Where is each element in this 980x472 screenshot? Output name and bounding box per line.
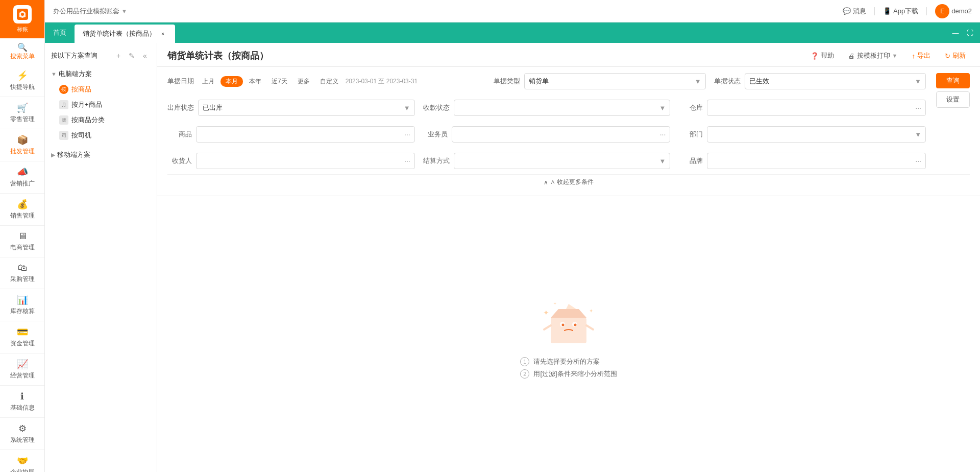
left-panel-title: 按以下方案查询 <box>51 51 97 60</box>
scheme-by-category[interactable]: 类 按商品分类 <box>45 112 157 128</box>
sidebar-item-purchase[interactable]: 🛍 采购管理 <box>0 257 45 289</box>
template-print-btn[interactable]: 🖨 按模板打印 ▼ <box>844 49 902 62</box>
tab-bar: 首页 销货单统计表（按商品） × — ⛶ <box>45 22 980 43</box>
collab-icon: 🤝 <box>17 455 28 466</box>
sidebar-item-collab[interactable]: 🤝 企业协同 <box>0 450 45 472</box>
tab-bar-end: — ⛶ <box>949 27 980 39</box>
tab-close-btn[interactable]: × <box>159 30 167 38</box>
sidebar-item-marketing[interactable]: 📣 营销推广 <box>0 161 45 194</box>
scheme-by-month-goods[interactable]: 月 按月+商品 <box>45 97 157 112</box>
recv-status-control[interactable]: ▼ <box>454 100 671 116</box>
filter-row-1: 单据日期 上月 本月 本年 近7天 更多 自定义 <box>167 73 926 89</box>
sidebar-item-basic-info[interactable]: ℹ 基础信息 <box>0 386 45 418</box>
sidebar-item-sales[interactable]: 💰 销售管理 <box>0 194 45 226</box>
edit-scheme-btn[interactable]: ✎ <box>126 50 137 61</box>
header-left: 办公用品行业模拟账套 ▼ <box>53 7 127 16</box>
doc-status-control[interactable]: 已生效 ▼ <box>745 73 926 89</box>
export-label: 导出 <box>917 51 930 60</box>
out-status-arrow-icon: ▼ <box>404 104 410 112</box>
edit-icon: ✎ <box>129 52 135 60</box>
brand-control[interactable]: ··· <box>707 153 926 169</box>
print-icon: 🖨 <box>848 52 855 60</box>
sidebar-item-operations[interactable]: 📈 经营管理 <box>0 353 45 386</box>
sidebar-item-system[interactable]: ⚙ 系统管理 <box>0 418 45 450</box>
date-btn-this-year[interactable]: 本年 <box>245 76 265 87</box>
dept-control[interactable]: ▼ <box>707 126 926 143</box>
add-scheme-btn[interactable]: + <box>113 50 124 61</box>
date-btn-this-month[interactable]: 本月 <box>220 76 243 87</box>
salesperson-label: 业务员 <box>423 130 448 139</box>
doc-status-value: 已生效 <box>749 77 769 86</box>
warehouse-control[interactable]: ··· <box>707 100 926 116</box>
download-icon: 📱 <box>883 7 891 15</box>
username-label: demo2 <box>951 7 972 15</box>
minimize-icon: — <box>952 29 959 37</box>
mobile-scheme-parent[interactable]: ▶ 移动端方案 <box>45 147 157 162</box>
goods-dots-icon: ··· <box>404 130 410 138</box>
salesperson-control[interactable]: ··· <box>452 126 671 143</box>
date-range-display: 2023-03-01 至 2023-03-31 <box>346 77 418 86</box>
filter-field-payment: 结算方式 ▼ <box>423 153 671 169</box>
query-button[interactable]: 查询 <box>936 73 970 88</box>
date-btn-7days[interactable]: 近7天 <box>267 76 291 87</box>
recipient-control[interactable]: ··· <box>196 153 415 169</box>
tab-maximize-btn[interactable]: ⛶ <box>964 27 976 39</box>
app-logo[interactable]: 标账 <box>0 0 45 38</box>
doc-type-label: 单据类型 <box>494 77 520 86</box>
app-download-btn[interactable]: 📱 App下载 <box>883 7 918 16</box>
sidebar-item-wholesale[interactable]: 📦 批发管理 <box>0 129 45 161</box>
sidebar-item-ecommerce[interactable]: 🖥 电商管理 <box>0 226 45 257</box>
pc-scheme-parent[interactable]: ▼ 电脑端方案 <box>45 66 157 82</box>
scheme-by-driver[interactable]: 司 按司机 <box>45 128 157 143</box>
user-menu[interactable]: E demo2 <box>935 4 972 18</box>
message-label: 消息 <box>853 7 866 16</box>
sidebar-item-inventory[interactable]: 📊 库存核算 <box>0 289 45 321</box>
filter-field-recipient: 收货人 ··· <box>167 153 415 169</box>
tab-home[interactable]: 首页 <box>45 22 75 43</box>
message-icon: 💬 <box>843 7 851 15</box>
tab-active-label: 销货单统计表（按商品） <box>83 29 156 38</box>
help-btn[interactable]: ❓ 帮助 <box>806 49 838 62</box>
collapse-more-btn[interactable]: ∧ ∧ 收起更多条件 <box>167 174 970 190</box>
salesperson-dots-icon: ··· <box>660 130 666 138</box>
tab-home-label: 首页 <box>53 28 66 37</box>
out-status-value: 已出库 <box>203 103 223 112</box>
doc-status-arrow-icon: ▼ <box>915 78 921 85</box>
filter-area: 单据日期 上月 本月 本年 近7天 更多 自定义 <box>157 67 980 196</box>
out-status-control[interactable]: 已出库 ▼ <box>198 100 415 116</box>
recv-status-label: 收款状态 <box>423 103 450 112</box>
tab-active[interactable]: 销货单统计表（按商品） × <box>75 25 175 43</box>
sidebar-item-retail[interactable]: 🛒 零售管理 <box>0 97 45 129</box>
date-btn-last-month[interactable]: 上月 <box>198 76 218 87</box>
page-actions: ❓ 帮助 🖨 按模板打印 ▼ ↑ 导出 ↻ 刷新 <box>806 49 970 62</box>
filter-field-goods: 商品 ··· <box>167 126 415 143</box>
refresh-btn[interactable]: ↻ 刷新 <box>941 49 970 62</box>
inventory-label: 库存核算 <box>10 307 35 316</box>
settings-button[interactable]: 设置 <box>936 91 970 108</box>
filter-field-dept: 部门 ▼ <box>678 126 926 143</box>
scheme-by-goods[interactable]: 按 按商品 <box>45 82 157 97</box>
industry-selector[interactable]: 办公用品行业模拟账套 ▼ <box>53 7 127 16</box>
export-btn[interactable]: ↑ 导出 <box>908 49 935 62</box>
filter-row-3: 商品 ··· 业务员 ··· <box>167 126 926 143</box>
shortcut-label: 快捷导航 <box>10 83 35 91</box>
filter-field-salesperson: 业务员 ··· <box>423 126 671 143</box>
tip-num-2: 2 <box>520 369 529 379</box>
wholesale-icon: 📦 <box>17 134 28 146</box>
filter-field-warehouse: 仓库 ··· <box>678 100 926 116</box>
svg-text:✦: ✦ <box>553 301 557 306</box>
payment-control[interactable]: ▼ <box>454 153 671 169</box>
tab-minimize-btn[interactable]: — <box>949 27 962 39</box>
divider-1 <box>874 7 875 15</box>
sidebar-item-shortcut[interactable]: ⚡ 快捷导航 <box>0 65 45 97</box>
date-btn-more[interactable]: 更多 <box>293 76 314 87</box>
collapse-panel-btn[interactable]: « <box>139 50 151 61</box>
help-icon: ❓ <box>811 52 819 60</box>
goods-control[interactable]: ··· <box>196 126 415 143</box>
message-btn[interactable]: 💬 消息 <box>843 7 866 16</box>
date-btn-custom[interactable]: 自定义 <box>316 76 342 87</box>
search-menu-item[interactable]: 🔍 搜索菜单 <box>8 38 37 65</box>
sidebar-item-finance[interactable]: 💳 资金管理 <box>0 321 45 353</box>
doc-type-control[interactable]: 销货单 ▼ <box>524 73 705 89</box>
wholesale-label: 批发管理 <box>10 147 35 156</box>
